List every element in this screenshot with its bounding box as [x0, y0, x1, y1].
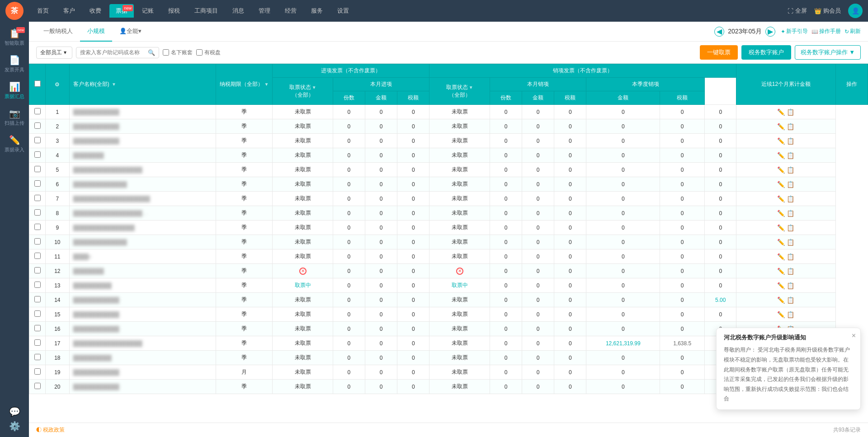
nav-accounting[interactable]: 记账	[136, 4, 160, 18]
select-all-checkbox[interactable]	[34, 80, 41, 87]
row-checkbox[interactable]	[34, 238, 41, 244]
row-checkbox[interactable]	[34, 296, 41, 302]
copy-icon[interactable]: 📋	[787, 108, 794, 116]
cell-checkbox[interactable]	[29, 119, 46, 134]
copy-icon[interactable]: 📋	[787, 210, 794, 217]
cell-checkbox[interactable]	[29, 380, 46, 394]
nav-service[interactable]: 服务	[305, 4, 329, 18]
row-checkbox[interactable]	[34, 122, 41, 129]
cell-checkbox[interactable]	[29, 249, 46, 264]
digital-tax-button[interactable]: 税务数字账户	[741, 45, 791, 60]
cell-checkbox[interactable]	[29, 235, 46, 249]
row-checkbox[interactable]	[34, 195, 41, 201]
row-checkbox[interactable]	[34, 151, 41, 158]
row-checkbox[interactable]	[34, 209, 41, 216]
copy-icon[interactable]: 📋	[787, 195, 794, 202]
row-checkbox[interactable]	[34, 108, 41, 114]
cell-checkbox[interactable]	[29, 336, 46, 351]
new-guide-link[interactable]: ✦ 新手引导	[781, 28, 808, 35]
edit-icon[interactable]: ✏️	[777, 152, 785, 159]
edit-icon[interactable]: ✏️	[777, 253, 785, 260]
nav-fee[interactable]: 收费	[83, 4, 108, 18]
copy-icon[interactable]: 📋	[787, 152, 794, 159]
cell-checkbox[interactable]	[29, 148, 46, 163]
row-checkbox[interactable]	[34, 310, 41, 317]
vip-button[interactable]: 👑 购会员	[814, 7, 841, 15]
row-checkbox[interactable]	[34, 166, 41, 172]
tab-small-scale[interactable]: 小规模	[80, 22, 112, 42]
next-month-button[interactable]: ▶	[765, 27, 775, 37]
sidebar-item-invoice[interactable]: 📄 发票开具	[1, 52, 28, 77]
cell-checkbox[interactable]	[29, 206, 46, 221]
cell-checkbox[interactable]	[29, 365, 46, 380]
nav-message[interactable]: 消息	[226, 4, 250, 18]
tax-policy-link[interactable]: ◐ 税政政策	[36, 426, 65, 434]
prev-month-button[interactable]: ◀	[714, 27, 724, 37]
tax-disk-checkbox-label[interactable]: 有税盘	[196, 49, 221, 56]
row-checkbox[interactable]	[34, 325, 41, 331]
th-customer-name[interactable]: 客户名称(全部) ▼	[69, 64, 216, 105]
cell-checkbox[interactable]	[29, 322, 46, 336]
row-checkbox[interactable]	[34, 267, 41, 273]
row-checkbox[interactable]	[34, 224, 41, 230]
row-checkbox[interactable]	[34, 137, 41, 143]
th-tax-period[interactable]: 纳税期限（全部）▼	[216, 64, 273, 105]
digital-tax-ops-button[interactable]: 税务数字账户操作 ▼	[795, 45, 861, 60]
copy-icon[interactable]: 📋	[787, 137, 794, 145]
row-checkbox[interactable]	[34, 282, 41, 288]
edit-icon[interactable]: ✏️	[777, 166, 785, 174]
sidebar-item-smart-ticket[interactable]: 📋 智能取票 new	[1, 25, 28, 50]
ledger-checkbox[interactable]	[163, 49, 169, 56]
fullscreen-button[interactable]: ⛶ 全屏	[788, 7, 807, 15]
cell-checkbox[interactable]	[29, 163, 46, 177]
edit-icon[interactable]: ✏️	[777, 268, 785, 275]
nav-ticket[interactable]: 票据 new	[109, 4, 134, 18]
copy-icon[interactable]: 📋	[787, 224, 794, 231]
edit-icon[interactable]: ✏️	[777, 239, 785, 246]
row-checkbox[interactable]	[34, 368, 41, 375]
popup-close-button[interactable]: ×	[852, 332, 856, 340]
copy-icon[interactable]: 📋	[787, 282, 794, 289]
tax-disk-checkbox[interactable]	[196, 49, 203, 56]
nav-customer[interactable]: 客户	[57, 4, 81, 18]
edit-icon[interactable]: ✏️	[777, 108, 785, 116]
copy-icon[interactable]: 📋	[787, 123, 794, 130]
th-out-status[interactable]: 取票状态▼（全部）	[429, 78, 490, 105]
ledger-checkbox-label[interactable]: 名下账套	[163, 49, 193, 56]
cell-checkbox[interactable]	[29, 264, 46, 278]
copy-icon[interactable]: 📋	[787, 268, 794, 275]
nav-manage[interactable]: 管理	[252, 4, 277, 18]
search-icon[interactable]: 🔍	[148, 49, 155, 56]
copy-icon[interactable]: 📋	[787, 296, 794, 304]
employee-select[interactable]: 全部员工 ▾	[36, 47, 72, 59]
row-checkbox[interactable]	[34, 180, 41, 187]
edit-icon[interactable]: ✏️	[777, 195, 785, 202]
tab-all[interactable]: 👤 全能 ▾	[112, 22, 149, 42]
sidebar-item-scan[interactable]: 📷 扫描上传	[1, 105, 28, 130]
edit-icon[interactable]: ✏️	[777, 224, 785, 231]
sidebar-settings[interactable]: ⚙️	[9, 421, 20, 432]
cell-checkbox[interactable]	[29, 278, 46, 293]
cell-checkbox[interactable]	[29, 307, 46, 322]
nav-operation[interactable]: 经营	[278, 4, 303, 18]
nav-settings[interactable]: 设置	[331, 4, 355, 18]
refresh-link[interactable]: ↻ 刷新	[844, 28, 861, 35]
copy-icon[interactable]: 📋	[787, 239, 794, 246]
cell-checkbox[interactable]	[29, 177, 46, 192]
sidebar-message[interactable]: 💬	[9, 406, 20, 417]
edit-icon[interactable]: ✏️	[777, 296, 785, 304]
edit-icon[interactable]: ✏️	[777, 282, 785, 289]
row-checkbox[interactable]	[34, 253, 41, 259]
edit-icon[interactable]: ✏️	[777, 181, 785, 188]
tab-general-taxpayer[interactable]: 一般纳税人	[36, 22, 80, 42]
sidebar-item-entry[interactable]: ✏️ 票据录入	[1, 132, 28, 157]
edit-icon[interactable]: ✏️	[777, 311, 785, 318]
copy-icon[interactable]: 📋	[787, 181, 794, 188]
one-click-ticket-button[interactable]: 一键取票	[700, 45, 738, 60]
search-input[interactable]	[80, 49, 148, 56]
nav-home[interactable]: 首页	[31, 4, 55, 18]
row-checkbox[interactable]	[34, 354, 41, 360]
cell-checkbox[interactable]	[29, 293, 46, 307]
copy-icon[interactable]: 📋	[787, 311, 794, 318]
nav-tax[interactable]: 报税	[162, 4, 186, 18]
